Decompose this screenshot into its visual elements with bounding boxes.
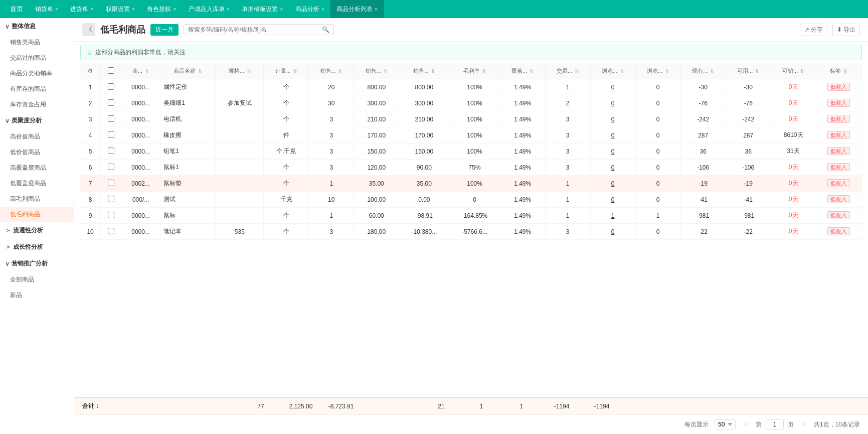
sidebar-item-low-coverage[interactable]: 低覆盖度商品	[0, 176, 74, 191]
nav-close-permission-settings[interactable]: ×	[132, 6, 135, 12]
row-browse1[interactable]: 0	[590, 111, 635, 127]
col-sales-price[interactable]: 销售... ⇅	[354, 63, 399, 79]
sidebar-item-stocked-products[interactable]: 有库存的商品	[0, 81, 74, 97]
nav-home[interactable]: 首页	[4, 0, 29, 18]
sidebar-item-low-value[interactable]: 低价值商品	[0, 144, 74, 160]
col-current-stock[interactable]: 现有... ⇅	[680, 63, 726, 79]
col-code[interactable]: 商... ⇅	[121, 63, 160, 79]
sidebar-group-marketing[interactable]: ∨ 营销推广分析	[0, 255, 74, 272]
col-gross-margin[interactable]: 毛利率 ⇅	[449, 63, 500, 79]
row-unit: 千克	[264, 192, 309, 208]
next-page-button[interactable]: ＞	[798, 419, 810, 430]
row-select-checkbox[interactable]	[108, 131, 114, 138]
col-spec[interactable]: 规格... ⇅	[216, 63, 264, 79]
share-button[interactable]: ↗ 分享	[800, 24, 827, 36]
nav-product-inbound[interactable]: 产成品入库单 ×	[183, 0, 236, 18]
col-unit[interactable]: 计量... ⇅	[264, 63, 309, 79]
nav-close-sales-order[interactable]: ×	[55, 6, 58, 12]
sidebar-group-cluster[interactable]: ∨ 类聚度分析	[0, 112, 74, 129]
nav-role-auth[interactable]: 角色授权 ×	[141, 0, 182, 18]
sidebar-item-new-products[interactable]: 新品	[0, 287, 74, 303]
sidebar-item-high-value[interactable]: 高价值商品	[0, 129, 74, 144]
row-select-checkbox[interactable]	[108, 228, 114, 234]
sidebar-group-growth[interactable]: ＞ 成长性分析	[0, 239, 74, 255]
row-gross-margin: 100%	[449, 143, 500, 160]
nav-close-product-inbound[interactable]: ×	[227, 6, 230, 12]
page-number-input[interactable]	[766, 419, 784, 429]
table-row: 6 0000... 鼠标1 个 3 120.00 90.00 75% 1.49%…	[80, 160, 862, 176]
select-all-checkbox[interactable]	[108, 67, 114, 74]
row-checkbox[interactable]	[101, 111, 121, 127]
row-select-checkbox[interactable]	[108, 196, 114, 202]
sidebar-item-traded-products[interactable]: 交易过的商品	[0, 50, 74, 66]
row-checkbox[interactable]	[101, 127, 121, 143]
footer-total: 合计： 77 2,125.00 -8,723.91 21 1 1 -1194 -…	[74, 397, 868, 414]
search-input[interactable]	[188, 26, 320, 33]
sidebar-group-circulation[interactable]: ＞ 流通性分析	[0, 222, 74, 239]
col-settings[interactable]: ⚙	[80, 63, 101, 79]
sidebar-group-overall[interactable]: ∨ 整体信息	[0, 18, 74, 35]
nav-close-product-analysis-list[interactable]: ×	[375, 6, 378, 12]
row-browse1[interactable]: 0	[590, 127, 635, 143]
nav-close-role-auth[interactable]: ×	[173, 6, 176, 12]
row-checkbox[interactable]	[101, 192, 121, 208]
filter-recent-month-button[interactable]: 近一月	[150, 24, 179, 36]
row-name: 吴细细1	[160, 95, 216, 111]
row-checkbox[interactable]	[101, 143, 121, 160]
nav-product-analysis-list[interactable]: 商品分析列表 ×	[330, 0, 384, 18]
row-current-stock: -22	[680, 224, 726, 240]
row-browse1[interactable]: 1	[590, 208, 635, 224]
nav-template-settings[interactable]: 单据模板设置 ×	[236, 0, 289, 18]
sidebar-item-inventory-capital[interactable]: 库存资金占用	[0, 97, 74, 112]
col-browse1[interactable]: 浏览... ⇅	[590, 63, 635, 79]
nav-close-template-settings[interactable]: ×	[280, 6, 283, 12]
nav-sales-order[interactable]: 销货单 ×	[29, 0, 64, 18]
row-select-checkbox[interactable]	[108, 83, 114, 90]
col-tag[interactable]: 标签 ⇅	[816, 63, 861, 79]
nav-purchase-order[interactable]: 进货单 ×	[64, 0, 99, 18]
row-checkbox[interactable]	[101, 176, 121, 192]
page-size-select[interactable]: 50	[715, 419, 736, 429]
export-button[interactable]: ⬇ 导出	[832, 24, 860, 36]
row-checkbox[interactable]	[101, 224, 121, 240]
collapse-sidebar-button[interactable]: 《	[82, 23, 95, 36]
col-coverage[interactable]: 覆盖... ⇅	[500, 63, 545, 79]
nav-close-product-analysis[interactable]: ×	[321, 6, 324, 12]
row-checkbox[interactable]	[101, 79, 121, 95]
row-select-checkbox[interactable]	[108, 212, 114, 218]
row-browse1[interactable]: 0	[590, 79, 635, 95]
row-browse1[interactable]: 0	[590, 95, 635, 111]
row-checkbox[interactable]	[101, 208, 121, 224]
sidebar-item-all-products[interactable]: 全部商品	[0, 272, 74, 287]
row-browse1[interactable]: 0	[590, 160, 635, 176]
col-browse2[interactable]: 浏览... ⇅	[635, 63, 680, 79]
prev-page-button[interactable]: ＜	[740, 419, 752, 430]
row-checkbox[interactable]	[101, 95, 121, 111]
row-select-checkbox[interactable]	[108, 99, 114, 106]
nav-permission-settings[interactable]: 权限设置 ×	[100, 0, 141, 18]
sidebar-item-low-margin[interactable]: 低毛利商品	[0, 207, 74, 222]
col-saleable[interactable]: 可销... ⇅	[771, 63, 816, 79]
row-browse1[interactable]: 0	[590, 192, 635, 208]
row-available: -76	[726, 95, 771, 111]
row-browse1[interactable]: 0	[590, 224, 635, 240]
row-select-checkbox[interactable]	[108, 148, 114, 154]
sidebar-item-category-sales-rate[interactable]: 商品分类助销率	[0, 66, 74, 81]
sidebar-item-sales-products[interactable]: 销售类商品	[0, 35, 74, 50]
sidebar-item-high-coverage[interactable]: 高覆盖度商品	[0, 160, 74, 176]
row-select-checkbox[interactable]	[108, 164, 114, 170]
col-sales-profit[interactable]: 销售... ⇅	[399, 63, 449, 79]
nav-product-analysis[interactable]: 商品分析 ×	[289, 0, 330, 18]
row-browse1[interactable]: 0	[590, 176, 635, 192]
col-name[interactable]: 商品名称 ⇅	[160, 63, 216, 79]
col-sales-qty[interactable]: 销售... ⇅	[309, 63, 354, 79]
row-browse1[interactable]: 0	[590, 143, 635, 160]
sidebar-item-high-margin[interactable]: 高毛利商品	[0, 191, 74, 207]
row-checkbox[interactable]	[101, 160, 121, 176]
notice-text: 这部分商品的利润非常低，请关注	[95, 48, 186, 57]
row-select-checkbox[interactable]	[108, 180, 114, 186]
row-select-checkbox[interactable]	[108, 115, 114, 122]
col-available[interactable]: 可用... ⇅	[726, 63, 771, 79]
nav-close-purchase-order[interactable]: ×	[90, 6, 93, 12]
col-transaction[interactable]: 交易... ⇅	[545, 63, 590, 79]
